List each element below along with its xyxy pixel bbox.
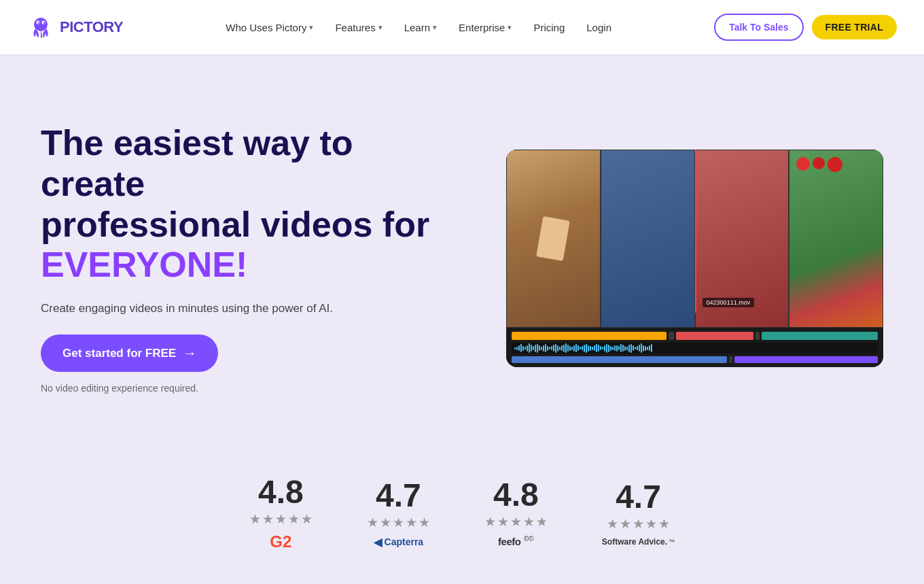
logo[interactable]: PICTORY	[27, 14, 123, 41]
svg-point-4	[43, 22, 45, 23]
svg-point-3	[38, 22, 39, 23]
nav-who-uses[interactable]: Who Uses Pictory ▾	[216, 16, 323, 39]
hero-title: The easiest way to create professional v…	[41, 123, 462, 286]
capterra-logo: ◀ Capterra	[374, 536, 424, 549]
ratings-section: 4.8 ★ ★ ★ ★ ★ G2 4.7 ★ ★ ★ ★ ★ ◀ Capterr…	[0, 449, 924, 584]
hero-content: The easiest way to create professional v…	[41, 123, 462, 394]
video-editor-sim: // Generate waveform bars inline const b…	[506, 150, 883, 367]
sa-stars: ★ ★ ★ ★ ★	[607, 516, 670, 532]
nav-learn[interactable]: Learn ▾	[395, 16, 446, 39]
feefo-logo: feefo ©©	[498, 535, 534, 548]
g2-stars: ★ ★ ★ ★ ★	[249, 511, 313, 527]
nav-actions: Talk To Sales FREE TRIAL	[714, 14, 897, 41]
capterra-score: 4.7	[376, 479, 421, 512]
rating-feefo: 4.8 ★ ★ ★ ★ ★ feefo ©©	[484, 479, 548, 548]
video-panel-1	[506, 150, 601, 328]
talk-to-sales-button[interactable]: Talk To Sales	[714, 14, 803, 41]
nav-pricing[interactable]: Pricing	[524, 16, 574, 39]
rating-software-advice: 4.7 ★ ★ ★ ★ ★ Software Advice. ™	[602, 481, 675, 547]
software-advice-logo: Software Advice. ™	[602, 537, 675, 547]
feefo-stars: ★ ★ ★ ★ ★	[484, 514, 548, 530]
video-panel-4	[789, 150, 883, 328]
g2-logo: G2	[270, 532, 291, 551]
logo-icon	[27, 14, 54, 41]
capterra-stars: ★ ★ ★ ★ ★	[367, 515, 430, 530]
nav-enterprise[interactable]: Enterprise ▾	[449, 16, 521, 39]
video-panel-2	[601, 150, 695, 328]
hero-note: No video editing experience required.	[41, 383, 462, 394]
chevron-down-icon: ▾	[433, 23, 437, 32]
chevron-down-icon: ▾	[309, 23, 313, 32]
free-trial-button[interactable]: FREE TRIAL	[812, 15, 897, 39]
rating-capterra: 4.7 ★ ★ ★ ★ ★ ◀ Capterra	[367, 479, 430, 549]
feefo-score: 4.8	[493, 479, 539, 511]
navbar: PICTORY Who Uses Pictory ▾ Features ▾ Le…	[0, 0, 924, 54]
sa-score: 4.7	[616, 481, 661, 513]
hero-image: // Generate waveform bars inline const b…	[489, 150, 883, 367]
video-preview: // Generate waveform bars inline const b…	[506, 150, 883, 367]
chevron-down-icon: ▾	[378, 23, 383, 32]
nav-features[interactable]: Features ▾	[325, 16, 391, 39]
logo-text: PICTORY	[60, 18, 123, 36]
hero-title-accent: EVERYONE!	[41, 245, 247, 284]
rating-g2: 4.8 ★ ★ ★ ★ ★ G2	[249, 476, 313, 551]
chevron-down-icon: ▾	[508, 23, 512, 32]
arrow-icon: →	[183, 345, 196, 361]
svg-point-0	[34, 18, 48, 31]
hero-subtitle: Create engaging videos in minutes using …	[41, 302, 462, 315]
get-started-button[interactable]: Get started for FREE →	[41, 334, 218, 372]
g2-score: 4.8	[258, 476, 304, 509]
hero-section: The easiest way to create professional v…	[0, 54, 924, 449]
nav-links: Who Uses Pictory ▾ Features ▾ Learn ▾ En…	[216, 16, 621, 39]
nav-login[interactable]: Login	[577, 16, 621, 39]
